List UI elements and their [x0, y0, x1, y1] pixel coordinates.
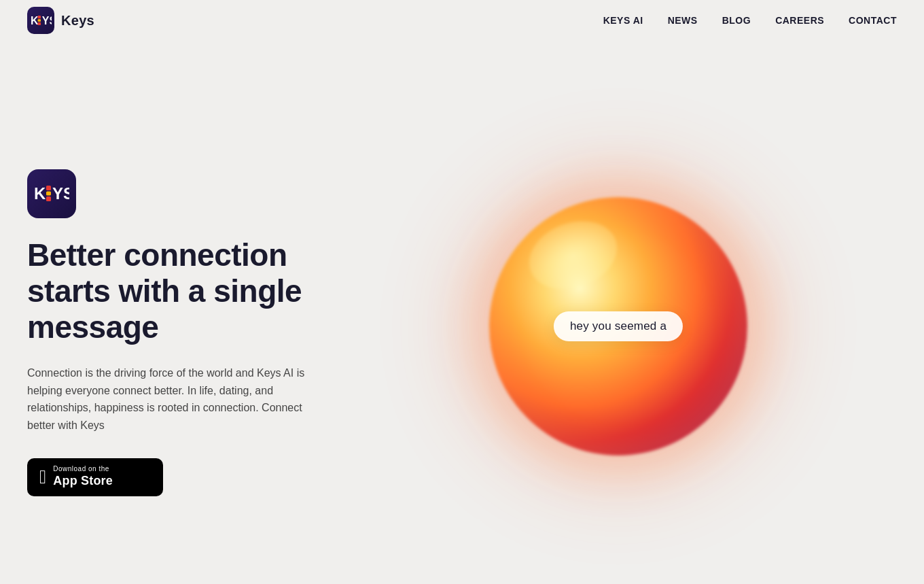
main-content: K YS Better connection starts with a sin…	[0, 41, 924, 584]
svg-text:K: K	[34, 184, 46, 203]
svg-text:YS: YS	[52, 184, 69, 203]
svg-rect-8	[46, 196, 51, 201]
nav-link-careers[interactable]: CAREERS	[775, 15, 824, 26]
app-store-subtitle: Download on the	[53, 465, 113, 473]
hero-left-panel: K YS Better connection starts with a sin…	[27, 156, 340, 496]
hero-title: Better connection starts with a single m…	[27, 237, 340, 345]
svg-rect-2	[38, 19, 41, 22]
nav-link-news[interactable]: NEWS	[668, 15, 698, 26]
apple-icon: 	[39, 468, 46, 487]
svg-text:YS: YS	[42, 15, 52, 27]
svg-rect-6	[46, 186, 51, 190]
svg-text:K: K	[31, 15, 39, 27]
hero-description: Connection is the driving force of the w…	[27, 364, 313, 434]
nav-link-blog[interactable]: BLOG	[722, 15, 751, 26]
orb-container: hey you seemed a	[476, 184, 761, 469]
brand-logo-svg: K YS	[30, 14, 52, 27]
brand-link[interactable]: K YS Keys	[27, 7, 94, 34]
nav-links: KEYS AI NEWS BLOG CAREERS CONTACT	[603, 15, 897, 26]
app-store-label: App Store	[53, 473, 113, 489]
navbar: K YS Keys KEYS AI NEWS BLOG CAREERS CONT…	[0, 0, 924, 41]
nav-link-keys-ai[interactable]: KEYS AI	[603, 15, 643, 26]
svg-rect-1	[38, 16, 41, 18]
brand-logo: K YS	[27, 7, 54, 34]
app-store-text: Download on the App Store	[53, 465, 113, 489]
nav-link-contact[interactable]: CONTACT	[849, 15, 897, 26]
app-icon: K YS	[27, 169, 76, 218]
svg-rect-7	[46, 192, 51, 196]
hero-right-panel: hey you seemed a	[340, 122, 897, 530]
app-icon-svg: K YS	[34, 183, 69, 205]
app-store-button[interactable]:  Download on the App Store	[27, 458, 163, 496]
brand-name: Keys	[61, 13, 94, 29]
svg-rect-3	[38, 22, 41, 25]
message-bubble: hey you seemed a	[554, 311, 683, 341]
